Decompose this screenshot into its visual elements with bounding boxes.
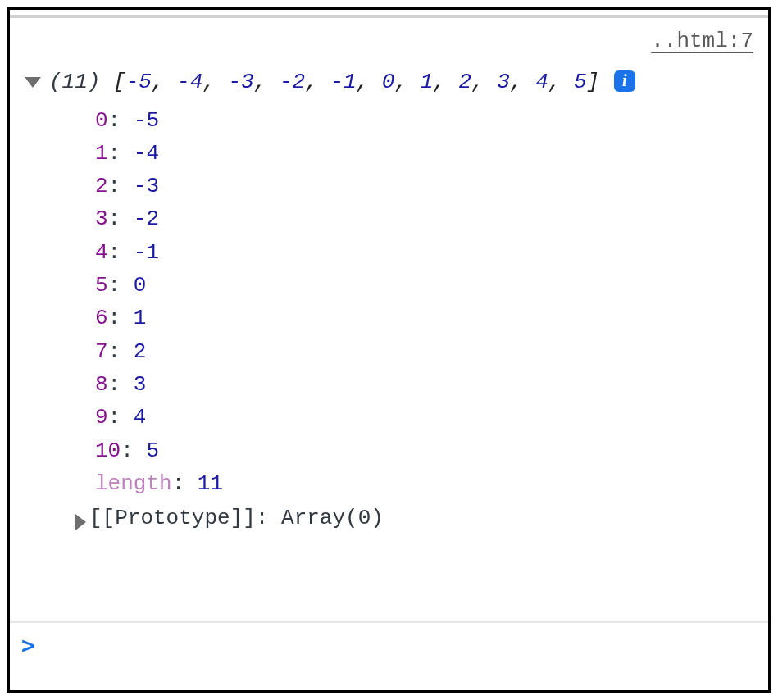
array-value: 4 xyxy=(535,70,548,94)
colon: : xyxy=(108,207,134,231)
comma: , xyxy=(548,70,574,94)
bracket-open: [ xyxy=(113,70,126,94)
bracket-close: ] xyxy=(587,70,600,94)
array-value: 3 xyxy=(497,70,510,94)
prototype-row[interactable]: [[Prototype]]: Array(0) xyxy=(74,502,758,534)
comma: , xyxy=(305,70,330,94)
colon: : xyxy=(108,339,134,364)
entry-index: 8 xyxy=(95,372,108,397)
comma: , xyxy=(254,70,280,94)
colon: : xyxy=(108,141,134,166)
console-output: ..html:7 (11) [-5, -4, -3, -2, -1, 0, 1,… xyxy=(10,15,768,690)
entry-value: 5 xyxy=(146,439,159,463)
array-entry[interactable]: 1: -4 xyxy=(95,137,758,170)
array-value: 1 xyxy=(421,70,434,94)
entry-value: 2 xyxy=(134,339,147,364)
entry-value: 4 xyxy=(134,405,147,430)
array-entry[interactable]: 9: 4 xyxy=(95,401,758,434)
array-value: -4 xyxy=(177,70,202,94)
array-summary[interactable]: (11) [-5, -4, -3, -2, -1, 0, 1, 2, 3, 4,… xyxy=(46,66,644,98)
entry-index: 2 xyxy=(95,174,108,198)
entry-index: 6 xyxy=(95,306,108,330)
colon: : xyxy=(108,273,134,298)
length-value: 11 xyxy=(198,471,223,496)
entry-index: 4 xyxy=(95,240,108,265)
console-panel: ..html:7 (11) [-5, -4, -3, -2, -1, 0, 1,… xyxy=(7,7,771,693)
entry-index: 10 xyxy=(95,439,121,463)
chevron-right-icon: > xyxy=(21,632,35,659)
array-entry[interactable]: 3: -2 xyxy=(95,202,758,235)
array-entry[interactable]: 10: 5 xyxy=(95,434,758,467)
entry-value: -4 xyxy=(134,141,159,166)
entry-value: 3 xyxy=(134,372,147,397)
colon: : xyxy=(108,306,134,330)
array-entry[interactable]: 7: 2 xyxy=(95,335,758,368)
array-value: -1 xyxy=(330,70,356,94)
array-entry[interactable]: 0: -5 xyxy=(95,104,758,137)
array-value: 5 xyxy=(574,70,587,94)
entry-index: 5 xyxy=(95,273,108,298)
colon: : xyxy=(108,405,134,430)
comma: , xyxy=(394,70,420,94)
array-entry[interactable]: 2: -3 xyxy=(95,170,758,202)
comma: , xyxy=(433,70,458,94)
array-length-prefix: (11) xyxy=(49,70,113,94)
array-value: -5 xyxy=(126,70,152,94)
array-entry[interactable]: 5: 0 xyxy=(95,269,758,302)
entry-value: -1 xyxy=(134,240,159,265)
entry-value: 1 xyxy=(134,306,147,330)
entry-value: -2 xyxy=(134,207,159,231)
comma: , xyxy=(152,70,177,94)
source-location-link[interactable]: ..html:7 xyxy=(651,25,753,57)
console-prompt[interactable]: > xyxy=(10,621,768,664)
colon: : xyxy=(121,439,146,463)
array-value: -3 xyxy=(229,70,254,94)
entry-value: 0 xyxy=(134,273,147,298)
array-value: 2 xyxy=(458,70,471,94)
colon: : xyxy=(108,108,134,133)
length-entry[interactable]: length: 11 xyxy=(95,467,758,500)
entry-index: 0 xyxy=(95,108,108,133)
prototype-label: [[Prototype]] xyxy=(89,506,256,530)
array-entries: 0: -51: -42: -33: -24: -15: 06: 17: 28: … xyxy=(95,104,758,501)
prototype-value: Array(0) xyxy=(281,506,384,530)
comma: , xyxy=(357,70,382,94)
expand-toggle-icon[interactable] xyxy=(25,77,41,88)
array-entry[interactable]: 8: 3 xyxy=(95,368,758,401)
array-entry[interactable]: 6: 1 xyxy=(95,302,758,334)
entry-value: -5 xyxy=(134,108,159,133)
length-label: length xyxy=(95,471,172,496)
array-value: 0 xyxy=(382,70,395,94)
array-entry[interactable]: 4: -1 xyxy=(95,236,758,269)
array-summary-row[interactable]: (11) [-5, -4, -3, -2, -1, 0, 1, 2, 3, 4,… xyxy=(20,57,758,98)
entry-value: -3 xyxy=(134,174,159,198)
info-icon[interactable]: i xyxy=(614,70,635,92)
colon: : xyxy=(108,174,134,198)
colon: : xyxy=(108,372,134,397)
comma: , xyxy=(510,70,535,94)
colon: : xyxy=(256,506,281,530)
comma: , xyxy=(202,70,228,94)
colon: : xyxy=(172,471,198,496)
array-value: -2 xyxy=(280,70,305,94)
entry-index: 1 xyxy=(95,141,108,166)
entry-index: 3 xyxy=(95,207,108,231)
entry-index: 9 xyxy=(95,405,108,430)
colon: : xyxy=(108,240,134,265)
expand-toggle-icon[interactable] xyxy=(75,514,86,530)
entry-index: 7 xyxy=(95,339,108,364)
comma: , xyxy=(471,70,497,94)
